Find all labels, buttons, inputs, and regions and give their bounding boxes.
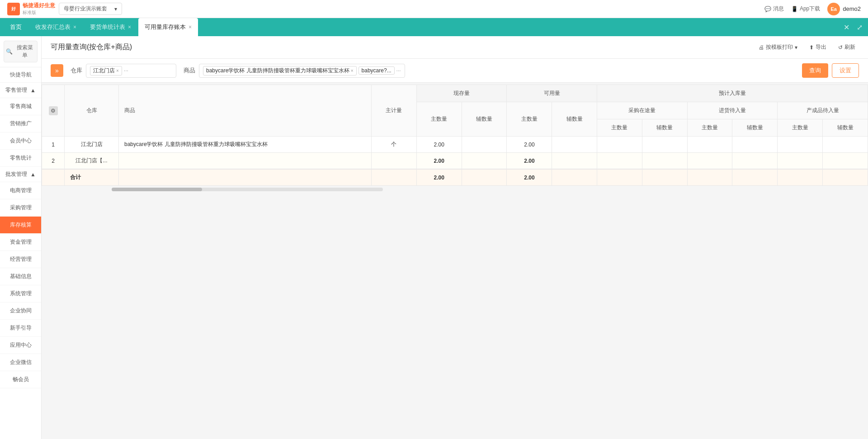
tab-order-stats-label: 要货单统计表 xyxy=(90,23,125,31)
cell-pta-1 xyxy=(642,137,687,153)
product-tag-2: babycare?... xyxy=(359,66,395,75)
settings-button[interactable]: 设置 xyxy=(832,63,859,78)
th-unit: 主计量 xyxy=(372,85,417,137)
sidebar-item-operations[interactable]: 经营管理 xyxy=(0,251,41,268)
th-product: 商品 xyxy=(119,85,372,137)
th-available-aux: 辅数量 xyxy=(552,102,597,137)
cell-ptm-2 xyxy=(597,153,642,170)
industry-selector[interactable]: 母婴行业演示账套 ▾ xyxy=(59,3,122,15)
th-inbound-pending: 进货待入量 xyxy=(687,102,778,119)
cell-unit-2 xyxy=(372,153,417,170)
sidebar-item-marketing[interactable]: 营销推广 xyxy=(0,115,41,132)
sidebar-item-basic[interactable]: 基础信息 xyxy=(0,268,41,285)
warehouse-tag-close[interactable]: × xyxy=(116,68,119,73)
tab-available-stock-close[interactable]: × xyxy=(189,24,192,30)
chevron-icon-2: ▲ xyxy=(30,171,36,178)
filter-expand-button[interactable]: » xyxy=(51,64,63,77)
cell-ca-1 xyxy=(462,137,507,153)
scroll-thumb[interactable] xyxy=(112,188,202,191)
th-settings-icon: ⚙ xyxy=(42,85,65,137)
template-print-button[interactable]: 🖨 按模板打印 ▾ xyxy=(755,42,801,53)
sidebar-item-vip[interactable]: 畅会员 xyxy=(0,371,41,388)
sidebar-item-stats[interactable]: 零售统计 xyxy=(0,150,41,167)
product-tag-1-close[interactable]: × xyxy=(351,68,354,73)
column-settings-icon[interactable]: ⚙ xyxy=(49,106,58,115)
page-actions: 🖨 按模板打印 ▾ ⬆ 导出 ↺ 刷新 xyxy=(755,42,859,53)
tab-home[interactable]: 首页 xyxy=(4,18,28,36)
sidebar-item-wechat[interactable]: 企业微信 xyxy=(0,354,41,371)
sidebar-item-wholesale[interactable]: 批发管理 ▲ xyxy=(0,167,41,182)
message-button[interactable]: 💬 消息 xyxy=(764,5,784,13)
expand-button[interactable]: ⤢ xyxy=(855,21,864,33)
cell-ca-2 xyxy=(462,153,507,170)
sidebar-search: 🔍 搜索菜单 xyxy=(0,36,41,67)
sidebar-item-system[interactable]: 系统管理 xyxy=(0,285,41,302)
page-title: 可用量查询(按仓库+商品) xyxy=(51,42,132,52)
close-all-tabs-button[interactable]: ✕ xyxy=(842,21,851,33)
product-more-indicator: ··· xyxy=(396,67,401,74)
sidebar-item-zero-sales[interactable]: 零售管理 ▲ xyxy=(0,83,41,98)
search-menu-button[interactable]: 🔍 搜索菜单 xyxy=(4,41,38,62)
scroll-track xyxy=(112,188,383,191)
summary-row: 合计 2.00 2.00 xyxy=(42,169,868,186)
tab-receipts[interactable]: 收发存汇总表 × xyxy=(29,18,83,36)
print-icon: 🖨 xyxy=(759,44,764,51)
warehouse-input[interactable]: 江北门店 × ··· xyxy=(86,64,176,78)
summary-empty-2 xyxy=(119,169,372,186)
app-download-button[interactable]: 📱 App下载 xyxy=(791,5,820,13)
content-area: 可用量查询(按仓库+商品) 🖨 按模板打印 ▾ ⬆ 导出 ↺ 刷新 » xyxy=(42,36,868,439)
summary-pp-main xyxy=(778,169,823,186)
user-area[interactable]: Ea demo2 xyxy=(827,3,861,15)
summary-empty-1 xyxy=(42,169,65,186)
cell-no-1: 1 xyxy=(42,137,65,153)
query-button[interactable]: 查询 xyxy=(802,63,828,78)
sidebar-item-zero-mall[interactable]: 零售商城 xyxy=(0,98,41,115)
tab-actions: ✕ ⤢ xyxy=(842,18,864,36)
warehouse-filter: 仓库 江北门店 × ··· xyxy=(71,64,176,78)
cell-pta-2 xyxy=(642,153,687,170)
summary-pt-main xyxy=(597,169,642,186)
horizontal-scrollbar[interactable] xyxy=(42,186,868,193)
tab-order-stats-close[interactable]: × xyxy=(128,24,131,30)
cell-ppa-2 xyxy=(823,153,868,170)
tab-home-label: 首页 xyxy=(10,23,22,31)
sidebar-item-inventory[interactable]: 库存核算 xyxy=(0,217,41,234)
logo-area: 好 畅捷通好生意 标准版 xyxy=(7,2,55,16)
sidebar-item-guide[interactable]: 新手引导 xyxy=(0,320,41,337)
refresh-button[interactable]: ↺ 刷新 xyxy=(835,42,859,53)
summary-current-main: 2.00 xyxy=(416,169,462,186)
th-production-pending: 产成品待入量 xyxy=(778,102,868,119)
main-layout: 🔍 搜索菜单 快捷导航 零售管理 ▲ 零售商城 营销推广 会员中心 零售统计 批… xyxy=(0,36,868,439)
top-bar: 好 畅捷通好生意 标准版 母婴行业演示账套 ▾ 💬 消息 📱 App下载 Ea … xyxy=(0,0,868,18)
message-icon: 💬 xyxy=(764,6,771,12)
export-button[interactable]: ⬆ 导出 xyxy=(806,42,830,53)
sidebar-item-apps[interactable]: 应用中心 xyxy=(0,337,41,354)
filter-buttons: 查询 设置 xyxy=(802,63,859,78)
sidebar-item-enterprise[interactable]: 企业协同 xyxy=(0,302,41,320)
data-table: ⚙ 仓库 商品 主计量 现存量 可用量 预计入库量 主数量 辅数量 主数量 辅数… xyxy=(42,85,868,186)
cell-no-2: 2 xyxy=(42,153,65,170)
summary-current-aux xyxy=(462,169,507,186)
top-bar-right: 💬 消息 📱 App下载 Ea demo2 xyxy=(764,3,861,15)
cell-ipm-1 xyxy=(687,137,732,153)
sidebar-item-member[interactable]: 会员中心 xyxy=(0,132,41,150)
sidebar-item-finance[interactable]: 资金管理 xyxy=(0,234,41,251)
summary-label: 合计 xyxy=(65,169,119,186)
nav-tabs: 首页 收发存汇总表 × 要货单统计表 × 可用量库存账本 × ✕ ⤢ xyxy=(0,18,868,36)
product-input[interactable]: babycare学饮杯 儿童防摔防撞吸管杯重力球吸嘴杯宝宝水杯 × babyca… xyxy=(199,64,405,78)
sidebar-item-ecommerce[interactable]: 电商管理 xyxy=(0,182,41,199)
tab-order-stats[interactable]: 要货单统计表 × xyxy=(84,18,137,36)
th-current-aux: 辅数量 xyxy=(462,102,507,137)
th-current-stock: 现存量 xyxy=(416,85,507,102)
cell-cm-1: 2.00 xyxy=(416,137,462,153)
cell-am-1: 2.00 xyxy=(507,137,552,153)
cell-product-1: babycare学饮杯 儿童防摔防撞吸管杯重力球吸嘴杯宝宝水杯 xyxy=(119,137,372,153)
sidebar-item-purchase[interactable]: 采购管理 xyxy=(0,199,41,217)
tab-available-stock-label: 可用量库存账本 xyxy=(145,23,186,31)
tab-available-stock[interactable]: 可用量库存账本 × xyxy=(138,18,198,36)
cell-ppm-2 xyxy=(778,153,823,170)
tab-receipts-close[interactable]: × xyxy=(73,24,76,30)
warehouse-tag-jiangbei: 江北门店 × xyxy=(90,66,122,76)
cell-ppa-1 xyxy=(823,137,868,153)
sidebar-quick-nav[interactable]: 快捷导航 xyxy=(0,67,41,83)
